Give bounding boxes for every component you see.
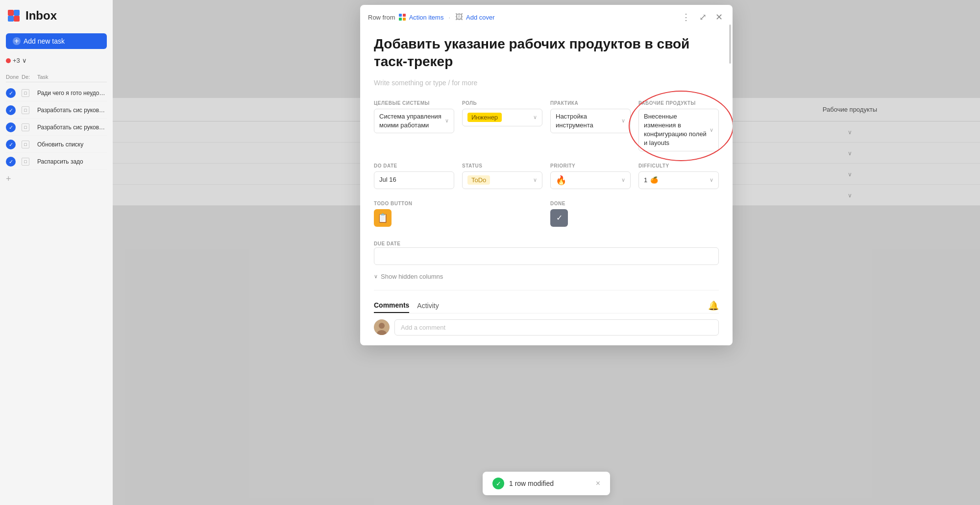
svg-rect-7 [403,18,406,21]
action-items-icon [398,13,406,21]
chevron-right-icon: ∨ [374,273,378,280]
status-select[interactable]: ToDo ∨ [462,171,542,189]
difficulty-select[interactable]: 1 🍊 ∨ [638,171,719,189]
done-check-icon[interactable]: ✓ [550,209,568,227]
row-detail-modal: Row from Action items · 🖼 Add cover ⋮ ⤢ [360,5,733,345]
difficulty-content: 1 🍊 [644,176,658,184]
status-value: ToDo [467,175,490,185]
role-select[interactable]: Инженер ∨ [462,109,542,126]
modal-overlay[interactable]: Row from Action items · 🖼 Add cover ⋮ ⤢ [113,0,980,505]
modal-body-placeholder[interactable]: Write something or type / for more [374,79,719,87]
more-options-button[interactable]: ⋮ [680,11,692,24]
chevron-down-icon: ∨ [710,177,713,183]
practice-select[interactable]: Настройка инструмента ∨ [550,109,631,133]
comments-tabs: Comments Activity 🔔 [374,298,719,313]
due-date-input[interactable] [374,247,719,265]
scrollbar-thumb [729,24,731,64]
task-item[interactable]: ✓ □ Разработать сис руководства [6,102,107,119]
task-list: ✓ □ Ради чего я гото неудовлеторенн ✓ □ … [6,85,107,170]
add-cover-link[interactable]: Add cover [466,14,495,21]
task-label: Разработать сис руководства [37,107,107,114]
toast-message: 1 row modified [509,480,554,487]
col-task: Task [37,74,107,80]
svg-rect-2 [8,16,14,22]
sidebar: Inbox + Add new task +3 ∨ Done De: Task … [0,0,113,505]
difficulty-icon: 🍊 [650,176,658,184]
field-label-target-systems: ЦЕЛЕВЫЕ СИСТЕМЫ [374,100,454,106]
todo-done-row: TODO BUTTON 📋 DONE ✓ [374,201,719,227]
notification-bell-icon[interactable]: 🔔 [708,300,719,311]
close-button[interactable]: ✕ [713,11,725,24]
priority-select[interactable]: 🔥 ∨ [550,171,631,189]
divider [374,290,719,290]
svg-rect-4 [399,14,402,17]
tab-activity[interactable]: Activity [417,299,439,313]
field-role: РОЛЬ Инженер ∨ [462,100,542,151]
modal-title: Добавить указание рабочих продуктов в св… [374,35,719,71]
svg-rect-1 [14,10,20,16]
toast-success-icon: ✓ [492,478,504,489]
field-status: STATUS ToDo ∨ [462,163,542,189]
sidebar-header: Inbox [6,8,107,24]
filter-row[interactable]: +3 ∨ [6,57,107,64]
task-item[interactable]: ✓ □ Обновить списку [6,137,107,153]
field-label-todo-button: TODO BUTTON [374,201,454,206]
task-type-icon: □ [22,141,29,148]
comment-placeholder: Add a comment [401,324,445,331]
modal-source: Row from Action items · 🖼 Add cover [368,13,495,22]
target-systems-select[interactable]: Система управления моими работами ∨ [374,109,454,133]
task-item[interactable]: ✓ □ Ради чего я гото неудовлеторенн [6,85,107,101]
task-item[interactable]: ✓ □ Разработать сис руководства о н [6,120,107,136]
add-task-button[interactable]: + Add new task [6,33,107,49]
field-priority: PRIORITY 🔥 ∨ [550,163,631,189]
task-item[interactable]: ✓ □ Распарсить задо [6,154,107,170]
target-systems-value: Система управления моими работами [379,112,443,130]
task-type-icon: □ [22,106,29,114]
task-label: Ради чего я гото неудовлеторенн [37,90,107,96]
svg-rect-0 [8,10,14,16]
task-label: Разработать сис руководства о н [37,124,107,131]
image-icon: 🖼 [455,13,463,22]
check-icon: ✓ [6,140,16,149]
chevron-down-icon: ∨ [621,118,625,124]
field-do-date: DO DATE Jul 16 [374,163,454,189]
toast-close-button[interactable]: × [596,479,600,488]
tab-comments[interactable]: Comments [374,298,409,313]
field-label-done: DONE [550,201,631,206]
check-icon: ✓ [6,157,16,167]
task-label: Обновить списку [37,141,107,148]
check-icon: ✓ [6,88,16,98]
field-label-due-date: DUE DATE [374,241,400,246]
add-row-button[interactable]: + [6,172,107,186]
field-label-difficulty: DIFFICULTY [638,163,719,168]
col-de: De: [22,74,35,80]
working-products-select[interactable]: Внесенные изменения в конфигурацию полей… [638,109,719,151]
check-mark-icon: ✓ [556,213,563,222]
app-logo [6,8,22,24]
source-link[interactable]: Action items [409,14,444,21]
clipboard-icon: 📋 [377,213,388,223]
field-target-systems: ЦЕЛЕВЫЕ СИСТЕМЫ Система управления моими… [374,100,454,151]
do-date-select[interactable]: Jul 16 [374,171,454,189]
difficulty-number: 1 [644,176,647,184]
svg-point-9 [379,323,385,329]
check-icon: ✓ [6,122,16,132]
chevron-down-icon: ∨ [445,118,449,124]
modal-scrollbar[interactable] [729,24,732,326]
expand-button[interactable]: ⤢ [697,11,709,24]
do-date-value: Jul 16 [379,175,449,184]
working-products-value: Внесенные изменения в конфигурацию полей… [644,112,708,148]
comment-input[interactable]: Add a comment [394,319,719,336]
show-hidden-toggle[interactable]: ∨ Show hidden columns [374,273,719,280]
task-label: Распарсить задо [37,158,107,165]
filter-chevron: ∨ [22,57,27,64]
todo-button-icon[interactable]: 📋 [374,209,392,227]
field-label-priority: PRIORITY [550,163,631,168]
comment-row: Add a comment [374,319,719,336]
chevron-down-icon: ∨ [533,177,537,183]
chevron-down-icon: ∨ [533,114,537,120]
chevron-down-icon: ∨ [621,177,625,183]
task-type-icon: □ [22,158,29,166]
field-label-working-products: РАБОЧИЕ ПРОДУКТЫ [638,100,719,106]
main-content: Роль Практика Рабочие продукты ∨ ∨ ∨ ∨ ∨ [113,0,980,505]
